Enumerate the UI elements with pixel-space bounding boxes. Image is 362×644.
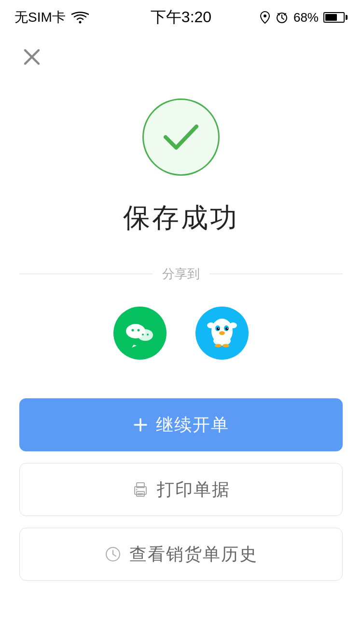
view-history-label: 查看销货单历史 [129,543,258,566]
qq-icon [206,316,238,350]
svg-point-17 [229,322,237,328]
share-divider: 分享到 [19,266,343,282]
svg-point-22 [218,328,219,329]
battery-percent: 68% [293,10,319,25]
carrier-text: 无SIM卡 [14,8,66,27]
print-receipt-label: 打印单据 [157,478,230,502]
svg-point-23 [227,328,228,329]
qq-share-button[interactable] [195,307,249,360]
svg-point-12 [138,329,140,332]
svg-point-13 [142,334,144,336]
alarm-icon [275,11,289,24]
svg-point-27 [223,344,229,348]
checkmark-icon [162,122,200,153]
continue-order-label: 继续开单 [156,413,229,437]
svg-point-20 [217,327,220,330]
battery-icon [323,12,348,23]
status-left: 无SIM卡 [14,8,89,27]
svg-point-1 [264,14,266,17]
svg-line-7 [25,50,39,64]
status-right: 68% [260,10,348,25]
action-buttons: 继续开单 打印单据 查看销货单历史 [19,398,343,581]
history-icon [104,546,122,563]
svg-point-25 [213,336,231,346]
wifi-icon [71,11,89,24]
svg-line-8 [25,50,39,64]
success-title: 保存成功 [123,200,239,237]
main-content: 保存成功 分享到 [0,35,362,581]
svg-point-35 [136,489,138,490]
status-time: 下午3:20 [151,7,211,28]
divider-left [19,274,153,274]
share-label: 分享到 [162,266,200,282]
divider-right [209,274,343,274]
wechat-icon [124,319,156,348]
view-history-button[interactable]: 查看销货单历史 [19,528,343,581]
wechat-share-button[interactable] [113,307,167,360]
svg-point-16 [207,322,215,328]
svg-line-38 [113,554,116,556]
svg-point-11 [132,329,134,332]
close-button-area [19,35,343,79]
plus-icon [133,417,148,433]
print-receipt-button[interactable]: 打印单据 [19,463,343,516]
location-icon [260,11,270,24]
share-icons-container [113,307,249,360]
svg-point-0 [79,21,81,24]
svg-line-4 [282,18,284,19]
svg-point-10 [138,329,153,341]
close-button[interactable] [19,44,44,70]
svg-point-21 [225,327,228,330]
status-bar: 无SIM卡 下午3:20 68% [0,0,362,35]
success-icon-circle [142,98,220,176]
svg-point-14 [147,334,149,336]
svg-point-26 [215,344,222,348]
svg-point-24 [219,331,225,335]
printer-icon [132,481,149,498]
continue-order-button[interactable]: 继续开单 [19,398,343,451]
